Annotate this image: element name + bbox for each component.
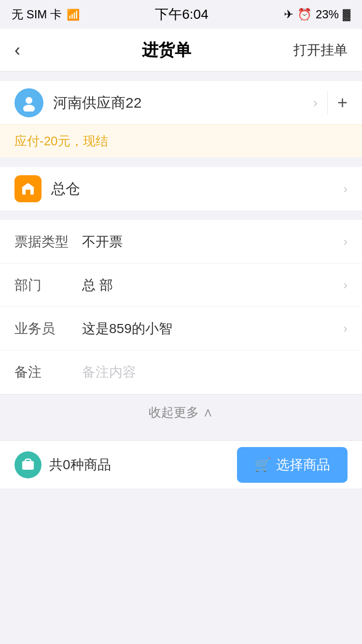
product-count-text: 共0种商品 <box>49 456 111 474</box>
product-count-area: 共0种商品 <box>14 451 111 478</box>
svg-point-6 <box>25 470 27 472</box>
field-chevron-1: › <box>343 278 348 293</box>
supplier-row[interactable]: 河南供应商22 › + <box>0 81 362 125</box>
field-label-2: 业务员 <box>14 320 82 338</box>
warehouse-icon <box>14 175 42 202</box>
cart-icon <box>20 457 36 473</box>
select-product-icon: 🛒 <box>254 457 271 473</box>
location-icon: ✈ <box>284 8 293 21</box>
svg-marker-3 <box>21 183 35 188</box>
avatar-icon <box>20 94 38 112</box>
field-placeholder-3: 备注内容 <box>82 363 348 381</box>
add-supplier-button[interactable]: + <box>337 93 348 113</box>
notice-text: 应付-20元，现结 <box>14 134 108 148</box>
warehouse-row[interactable]: 总仓 › <box>0 167 362 210</box>
supplier-avatar <box>14 88 43 117</box>
fields-section: 票据类型 不开票 › 部门 总 部 › 业务员 这是859的小智 › 备注 备注… <box>0 220 362 394</box>
field-value-2: 这是859的小智 <box>82 320 343 338</box>
status-left: 无 SIM 卡 <box>12 7 80 22</box>
bottom-bar: 共0种商品 🛒 选择商品 <box>0 440 362 489</box>
field-value-0: 不开票 <box>82 233 343 251</box>
warehouse-svg <box>20 181 36 196</box>
field-row-2[interactable]: 业务员 这是859的小智 › <box>0 307 362 350</box>
warehouse-chevron-icon: › <box>343 182 348 196</box>
battery-icon: ▓ <box>343 8 350 21</box>
svg-point-0 <box>26 97 32 104</box>
main-content: 河南供应商22 › + 应付-20元，现结 总仓 › <box>0 71 362 498</box>
field-row-0[interactable]: 票据类型 不开票 › <box>0 220 362 264</box>
supplier-section: 河南供应商22 › + 应付-20元，现结 <box>0 81 362 157</box>
svg-point-7 <box>29 470 31 472</box>
section-gap-3 <box>0 210 362 220</box>
alarm-icon: ⏰ <box>297 8 312 21</box>
supplier-name: 河南供应商22 <box>53 93 313 113</box>
field-chevron-0: › <box>343 234 348 249</box>
warehouse-name: 总仓 <box>51 179 343 199</box>
carrier-label: 无 SIM 卡 <box>12 7 62 22</box>
field-label-1: 部门 <box>14 276 82 294</box>
section-gap-1 <box>0 71 362 81</box>
svg-point-1 <box>23 105 35 112</box>
field-row-1[interactable]: 部门 总 部 › <box>0 264 362 307</box>
field-row-3[interactable]: 备注 备注内容 <box>0 350 362 394</box>
collapse-button[interactable]: 收起更多 ∧ <box>0 394 362 431</box>
nav-bar: ‹ 进货单 打开挂单 <box>0 29 362 71</box>
wifi-icon <box>67 8 80 21</box>
back-button[interactable]: ‹ <box>14 40 43 60</box>
field-label-3: 备注 <box>14 363 82 381</box>
section-gap-2 <box>0 157 362 167</box>
status-right: ✈ ⏰ 23% ▓ <box>284 8 350 21</box>
svg-rect-4 <box>26 190 30 195</box>
supplier-chevron-icon: › <box>313 95 318 111</box>
field-label-0: 票据类型 <box>14 233 82 251</box>
notice-banner: 应付-20元，现结 <box>0 125 362 157</box>
select-product-label: 选择商品 <box>276 456 330 474</box>
status-time: 下午6:04 <box>155 5 209 24</box>
page-title: 进货单 <box>43 39 290 61</box>
supplier-divider <box>327 91 328 115</box>
product-count-icon <box>14 451 42 478</box>
back-icon: ‹ <box>14 40 20 60</box>
battery-label: 23% <box>316 8 339 21</box>
svg-rect-5 <box>22 461 34 470</box>
open-pending-button[interactable]: 打开挂单 <box>290 41 348 59</box>
field-value-1: 总 部 <box>82 276 343 294</box>
select-product-button[interactable]: 🛒 选择商品 <box>237 447 348 483</box>
status-bar: 无 SIM 卡 下午6:04 ✈ ⏰ 23% ▓ <box>0 0 362 29</box>
field-chevron-2: › <box>343 321 348 336</box>
warehouse-section[interactable]: 总仓 › <box>0 167 362 210</box>
